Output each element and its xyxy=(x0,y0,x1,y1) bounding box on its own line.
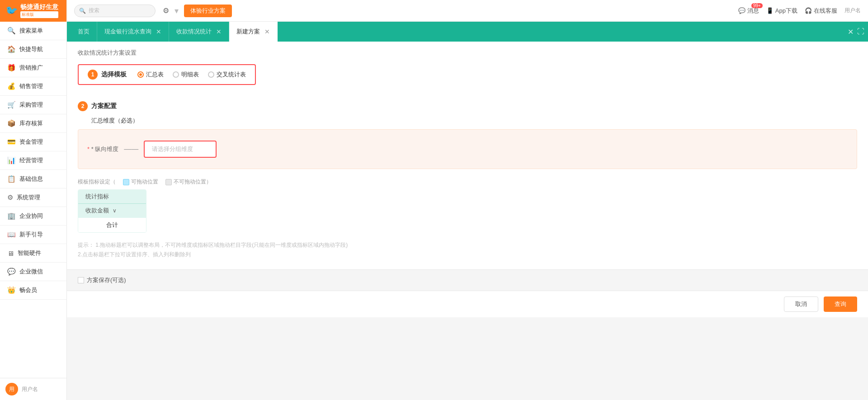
message-icon-wrap[interactable]: 💬 99+ 消息 xyxy=(738,7,759,15)
tab-payment-stats-label: 收款情况统计 xyxy=(176,28,212,36)
movable-indicator: 可拖动位置 xyxy=(123,178,158,186)
sidebar-item-label: 基础信息 xyxy=(19,175,43,183)
sidebar-item-label: 搜索菜单 xyxy=(19,27,43,35)
sidebar-item-system[interactable]: ⚙ 系统管理 xyxy=(0,188,66,207)
management-icon: 📊 xyxy=(7,156,16,165)
online-support[interactable]: 🎧 在线客服 xyxy=(805,7,837,15)
sidebar-item-sales[interactable]: 💰 销售管理 xyxy=(0,77,66,96)
sidebar-item-label: 畅会员 xyxy=(19,286,37,294)
radio-summary-label: 汇总表 xyxy=(146,71,164,79)
trial-button[interactable]: 体验行业方案 xyxy=(184,5,232,17)
system-icon: ⚙ xyxy=(7,193,13,202)
download-label: App下载 xyxy=(775,7,797,15)
sidebar-item-enterprise[interactable]: 🏢 企业协同 xyxy=(0,207,66,226)
maximize-btn[interactable]: ⛶ xyxy=(857,28,864,36)
bottom-save-section: 方案保存(可选) xyxy=(67,269,868,291)
locked-indicator: 不可拖动位置） xyxy=(165,178,212,186)
radio-cross-label: 交叉统计表 xyxy=(217,71,246,79)
tab-cash-flow[interactable]: 现金银行流水查询 ✕ xyxy=(97,22,169,42)
main-area: 🔍 搜索 ⚙ ▾ 体验行业方案 💬 99+ 消息 📱 App下载 🎧 在线客服 … xyxy=(67,0,868,400)
header-search-box[interactable]: 🔍 搜索 xyxy=(74,5,156,17)
arrow-right: —— xyxy=(124,145,138,153)
dimension-placeholder: 请选择分组维度 xyxy=(152,146,193,152)
save-label: 方案保存(可选) xyxy=(87,276,126,284)
sidebar-item-purchase[interactable]: 🛒 采购管理 xyxy=(0,96,66,114)
tab-right-controls: ✕ ⛶ xyxy=(848,28,868,36)
step2-label: 方案配置 xyxy=(91,102,117,110)
member-icon: 👑 xyxy=(7,286,16,294)
search-menu-icon: 🔍 xyxy=(7,27,16,35)
sidebar-item-member[interactable]: 👑 畅会员 xyxy=(0,281,66,300)
col1-label: 收款金额 xyxy=(85,207,109,215)
tab-home[interactable]: 首页 xyxy=(71,22,97,42)
username: 用户名 xyxy=(22,386,38,393)
metrics-title: 模板指标设定（ xyxy=(78,178,116,186)
inventory-icon: 📦 xyxy=(7,119,16,127)
save-checkbox[interactable] xyxy=(78,277,84,283)
settings-icon[interactable]: ⚙ xyxy=(163,6,169,15)
quick-nav-icon: 🏠 xyxy=(7,45,16,53)
cancel-button[interactable]: 取消 xyxy=(784,296,818,312)
sidebar-item-beginner[interactable]: 📖 新手引导 xyxy=(0,226,66,244)
tab-payment-stats-close[interactable]: ✕ xyxy=(216,28,222,35)
step1-number: 1 xyxy=(88,70,98,80)
sidebar-item-management[interactable]: 📊 经营管理 xyxy=(0,151,66,170)
user-name: 用户名 xyxy=(844,7,861,14)
sales-icon: 💰 xyxy=(7,82,16,90)
sidebar: 🐦 畅捷通好生意 标准版 🔍 搜索菜单 🏠 快捷导航 🎁 营销推广 💰 销售管理… xyxy=(0,0,67,400)
dimension-section-title: 汇总维度（必选） xyxy=(91,117,857,125)
sidebar-item-label: 智能硬件 xyxy=(18,249,41,257)
content-area: 收款情况统计方案设置 1 选择模板 汇总表 明细表 xyxy=(67,42,868,400)
hint-line-2: 2.点击标题栏下拉可设置排序、插入列和删除列 xyxy=(78,251,857,259)
sidebar-item-label: 企业微信 xyxy=(19,268,43,276)
capital-icon: 💳 xyxy=(7,138,16,146)
save-option[interactable]: 方案保存(可选) xyxy=(78,276,126,284)
sidebar-item-label: 库存核算 xyxy=(19,119,43,127)
smart-hw-icon: 🖥 xyxy=(7,249,14,257)
tab-new-plan-close[interactable]: ✕ xyxy=(264,28,270,35)
template-radio-group: 汇总表 明细表 交叉统计表 xyxy=(137,71,246,79)
metrics-table-header-row[interactable]: 统计指标 xyxy=(78,190,146,203)
app-download[interactable]: 📱 App下载 xyxy=(766,7,797,15)
headset-icon: 🎧 xyxy=(805,7,812,14)
sidebar-item-label: 系统管理 xyxy=(17,193,40,202)
radio-cross[interactable]: 交叉统计表 xyxy=(208,71,246,79)
query-button[interactable]: 查询 xyxy=(824,296,857,312)
metrics-col1-sub: 合计 xyxy=(78,217,146,232)
tab-cash-flow-close[interactable]: ✕ xyxy=(156,28,161,35)
sidebar-item-label: 快捷导航 xyxy=(19,45,43,53)
sidebar-item-label: 新手引导 xyxy=(19,231,43,239)
sidebar-bottom: 用 用户名 xyxy=(0,378,66,400)
dimension-selector[interactable]: 请选择分组维度 xyxy=(144,141,217,158)
step1-section: 1 选择模板 汇总表 明细表 交叉统计表 xyxy=(78,64,857,92)
message-icon: 💬 xyxy=(738,7,745,14)
radio-detail[interactable]: 明细表 xyxy=(173,71,199,79)
tab-home-label: 首页 xyxy=(78,28,90,36)
basic-icon: 📋 xyxy=(7,175,16,183)
support-label: 在线客服 xyxy=(814,7,837,15)
col1-dropdown-arrow[interactable]: ∨ xyxy=(113,207,117,214)
sidebar-item-basic[interactable]: 📋 基础信息 xyxy=(0,170,66,188)
sidebar-item-quick-nav[interactable]: 🏠 快捷导航 xyxy=(0,40,66,59)
sidebar-item-capital[interactable]: 💳 资金管理 xyxy=(0,133,66,151)
sidebar-item-smart-hw[interactable]: 🖥 智能硬件 xyxy=(0,244,66,263)
dropdown-icon[interactable]: ▾ xyxy=(175,6,179,16)
locked-label: 不可拖动位置） xyxy=(174,178,212,186)
metrics-legend: 模板指标设定（ 可拖动位置 不可拖动位置） xyxy=(78,178,857,186)
sidebar-item-search-menu[interactable]: 🔍 搜索菜单 xyxy=(0,22,66,40)
tab-new-plan[interactable]: 新建方案 ✕ xyxy=(229,22,278,42)
sidebar-item-marketing[interactable]: 🎁 营销推广 xyxy=(0,59,66,77)
beginner-icon: 📖 xyxy=(7,231,16,239)
close-window-btn[interactable]: ✕ xyxy=(848,28,854,36)
radio-summary[interactable]: 汇总表 xyxy=(137,71,164,79)
vertical-dimension-label: * 纵向维度 xyxy=(87,145,118,153)
search-icon: 🔍 xyxy=(79,8,86,14)
message-badge: 99+ xyxy=(751,3,763,8)
sidebar-item-enterprise-wechat[interactable]: 💬 企业微信 xyxy=(0,263,66,281)
step2-number: 2 xyxy=(78,101,88,111)
sidebar-item-inventory[interactable]: 📦 库存核算 xyxy=(0,114,66,133)
hint-line-1: 提示： 1.拖动标题栏可以调整布局，不可跨维度或指标区域拖动栏目字段(只能在同一… xyxy=(78,241,857,249)
tab-payment-stats[interactable]: 收款情况统计 ✕ xyxy=(169,22,229,42)
metrics-col1-header[interactable]: 收款金额 ∨ xyxy=(78,203,146,217)
sidebar-item-label: 资金管理 xyxy=(19,138,43,146)
